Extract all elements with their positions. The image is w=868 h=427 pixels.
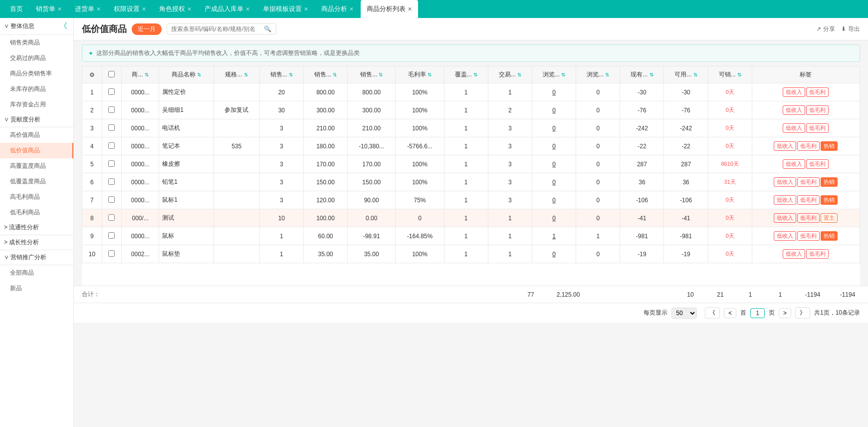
row-checkbox[interactable] bbox=[108, 124, 115, 131]
share-btn[interactable]: ↗ 分享 bbox=[816, 25, 835, 33]
cell-checkbox[interactable] bbox=[102, 119, 121, 137]
sidebar-collapse-btn[interactable]: 《 bbox=[57, 21, 69, 31]
sidebar-item-low-margin[interactable]: 低毛利商品 bbox=[0, 205, 73, 220]
nav-purchase[interactable]: 进货单 ✕ bbox=[69, 0, 107, 18]
close-icon[interactable]: ✕ bbox=[57, 6, 62, 12]
browse-link[interactable]: 0 bbox=[552, 107, 556, 114]
col-spec[interactable]: 规格... ⇅ bbox=[214, 66, 259, 83]
browse-link[interactable]: 0 bbox=[552, 215, 556, 222]
sidebar-item-high-value[interactable]: 高价值商品 bbox=[0, 127, 73, 143]
cell-browse1[interactable]: 0 bbox=[532, 155, 576, 173]
sidebar-item-traded-products[interactable]: 交易过的商品 bbox=[0, 50, 73, 66]
col-checkbox[interactable] bbox=[102, 66, 121, 83]
row-checkbox[interactable] bbox=[108, 178, 115, 185]
cell-checkbox[interactable] bbox=[102, 155, 121, 173]
cell-browse1[interactable]: 0 bbox=[532, 137, 576, 155]
sidebar-item-all-products[interactable]: 全部商品 bbox=[0, 265, 73, 281]
cell-browse1[interactable]: 0 bbox=[532, 119, 576, 137]
cell-checkbox[interactable] bbox=[102, 209, 121, 227]
sidebar-item-no-stock-products[interactable]: 未库存的商品 bbox=[0, 81, 73, 97]
close-icon[interactable]: ✕ bbox=[142, 6, 146, 12]
row-checkbox[interactable] bbox=[108, 196, 115, 203]
cell-browse1[interactable]: 0 bbox=[532, 101, 576, 119]
cell-checkbox[interactable] bbox=[102, 245, 121, 263]
next-page-btn[interactable]: > bbox=[779, 308, 791, 318]
close-icon[interactable]: ✕ bbox=[304, 6, 308, 12]
first-page-btn[interactable]: 《 bbox=[705, 307, 720, 319]
cell-name[interactable]: 鼠标垫 bbox=[159, 245, 214, 263]
cell-checkbox[interactable] bbox=[102, 227, 121, 245]
nav-product-inbound[interactable]: 产成品入库单 ✕ bbox=[199, 0, 256, 18]
col-settings[interactable]: ⚙ bbox=[82, 66, 102, 83]
cell-browse1[interactable]: 0 bbox=[532, 245, 576, 263]
browse-link[interactable]: 0 bbox=[552, 125, 556, 132]
cell-browse1[interactable]: 0 bbox=[532, 209, 576, 227]
cell-browse1[interactable]: 0 bbox=[532, 191, 576, 209]
cell-name[interactable]: 测试 bbox=[159, 209, 214, 227]
sidebar-item-high-margin[interactable]: 高毛利商品 bbox=[0, 189, 73, 205]
browse-link[interactable]: 0 bbox=[552, 161, 556, 168]
col-sales1[interactable]: 销售... ⇅ bbox=[303, 66, 347, 83]
cell-name[interactable]: 鼠标1 bbox=[159, 191, 214, 209]
col-name[interactable]: 商品名称 ⇅ bbox=[159, 66, 214, 83]
last-page-btn[interactable]: 》 bbox=[795, 307, 810, 319]
sidebar-item-category-sales-rate[interactable]: 商品分类销售率 bbox=[0, 66, 73, 81]
sidebar-item-sales-products[interactable]: 销售类商品 bbox=[0, 35, 73, 50]
cell-checkbox[interactable] bbox=[102, 83, 121, 101]
row-checkbox[interactable] bbox=[108, 232, 115, 239]
close-icon[interactable]: ✕ bbox=[96, 6, 101, 12]
col-qty[interactable]: 销售... ⇅ bbox=[259, 66, 303, 83]
close-icon[interactable]: ✕ bbox=[187, 6, 192, 12]
sidebar-item-high-coverage[interactable]: 高覆盖度商品 bbox=[0, 158, 73, 174]
close-icon[interactable]: ✕ bbox=[408, 6, 412, 12]
col-code[interactable]: 商... ⇅ bbox=[122, 66, 159, 83]
export-btn[interactable]: ⬇ 导出 bbox=[841, 25, 860, 33]
cell-checkbox[interactable] bbox=[102, 137, 121, 155]
search-icon[interactable]: 🔍 bbox=[264, 25, 271, 32]
cell-name[interactable]: 橡皮擦 bbox=[159, 155, 214, 173]
cell-name[interactable]: 属性定价 bbox=[159, 83, 214, 101]
cell-browse1[interactable]: 0 bbox=[532, 173, 576, 191]
search-input[interactable] bbox=[171, 25, 261, 32]
col-stock1[interactable]: 现有... ⇅ bbox=[620, 66, 664, 83]
close-icon[interactable]: ✕ bbox=[349, 6, 354, 12]
col-stock3[interactable]: 可销... ⇅ bbox=[708, 66, 752, 83]
cell-checkbox[interactable] bbox=[102, 191, 121, 209]
close-icon[interactable]: ✕ bbox=[245, 6, 250, 12]
row-checkbox[interactable] bbox=[108, 106, 115, 113]
cell-name[interactable]: 电话机 bbox=[159, 119, 214, 137]
cell-browse1[interactable]: 0 bbox=[532, 83, 576, 101]
sidebar-item-inventory-capital[interactable]: 库存资金占用 bbox=[0, 97, 73, 112]
nav-product-analysis[interactable]: 商品分析 ✕ bbox=[315, 0, 360, 18]
filter-recent-month-btn[interactable]: 近一月 bbox=[132, 23, 162, 35]
row-checkbox[interactable] bbox=[108, 88, 115, 95]
col-sales2[interactable]: 销售... ⇅ bbox=[348, 66, 396, 83]
cell-browse1[interactable]: 1 bbox=[532, 227, 576, 245]
cell-name[interactable]: 铅笔1 bbox=[159, 173, 214, 191]
row-checkbox[interactable] bbox=[108, 250, 115, 257]
browse-link[interactable]: 0 bbox=[552, 143, 556, 150]
browse-link[interactable]: 1 bbox=[552, 233, 556, 240]
browse-link[interactable]: 0 bbox=[552, 179, 556, 186]
browse-link[interactable]: 0 bbox=[552, 89, 556, 96]
page-size-select[interactable]: 50 100 200 bbox=[671, 308, 697, 319]
sidebar-item-low-value[interactable]: 低价值商品 bbox=[0, 143, 73, 158]
col-browse1[interactable]: 浏览... ⇅ bbox=[532, 66, 576, 83]
nav-sales[interactable]: 销货单 ✕ bbox=[30, 0, 68, 18]
select-all-checkbox[interactable] bbox=[108, 71, 115, 77]
col-browse2[interactable]: 浏览... ⇅ bbox=[576, 66, 620, 83]
nav-permissions[interactable]: 权限设置 ✕ bbox=[108, 0, 152, 18]
current-page[interactable]: 1 bbox=[750, 308, 765, 318]
row-checkbox[interactable] bbox=[108, 214, 115, 221]
nav-role-auth[interactable]: 角色授权 ✕ bbox=[153, 0, 198, 18]
cell-name[interactable]: 笔记本 bbox=[159, 137, 214, 155]
browse-link[interactable]: 0 bbox=[552, 197, 556, 204]
nav-product-analysis-list[interactable]: 商品分析列表 ✕ bbox=[361, 0, 418, 18]
cell-name[interactable]: 吴细细1 bbox=[159, 101, 214, 119]
col-trade[interactable]: 交易... ⇅ bbox=[488, 66, 532, 83]
nav-template-settings[interactable]: 单据模板设置 ✕ bbox=[257, 0, 314, 18]
sidebar-item-low-coverage[interactable]: 低覆盖度商品 bbox=[0, 174, 73, 189]
cell-checkbox[interactable] bbox=[102, 173, 121, 191]
cell-name[interactable]: 鼠标 bbox=[159, 227, 214, 245]
col-stock2[interactable]: 可用... ⇅ bbox=[664, 66, 708, 83]
